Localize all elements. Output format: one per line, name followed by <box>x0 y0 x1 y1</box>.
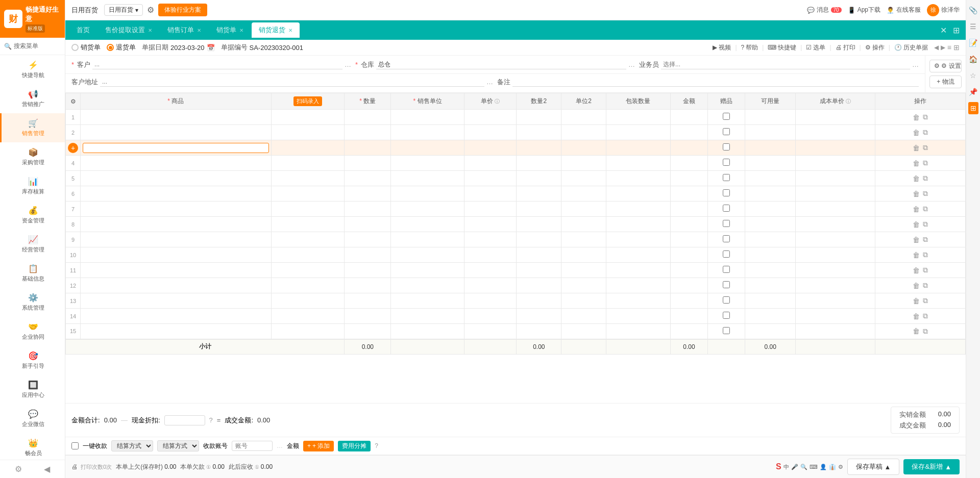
quantity2-cell[interactable] <box>517 125 561 140</box>
quantity-cell[interactable] <box>345 278 391 293</box>
amount-cell[interactable] <box>671 247 708 263</box>
view-grid-icon[interactable]: ⊞ <box>953 43 960 52</box>
copy-icon[interactable]: ⧉ <box>923 143 928 152</box>
staff-more-icon[interactable]: … <box>912 61 919 68</box>
available-cell[interactable] <box>745 263 796 278</box>
delete-icon[interactable]: 🗑 <box>913 312 920 320</box>
action-history[interactable]: 🕐 历史单据 <box>894 43 928 52</box>
product-cell[interactable] <box>81 324 272 339</box>
customer-input[interactable] <box>92 60 342 69</box>
unit2-cell[interactable] <box>561 140 606 156</box>
topbar-dropdown[interactable]: 日用百货 ▾ <box>104 4 143 16</box>
copy-icon[interactable]: ⧉ <box>923 281 928 290</box>
unit2-cell[interactable] <box>561 156 606 171</box>
gift-checkbox[interactable] <box>723 205 730 212</box>
prev-page-icon[interactable]: ◀ <box>934 44 939 51</box>
panel-icon-2[interactable]: ☰ <box>968 20 978 33</box>
gift-checkbox[interactable] <box>723 143 730 150</box>
topbar-settings-icon[interactable]: ⚙ <box>147 5 154 15</box>
quantity2-cell[interactable] <box>517 140 561 156</box>
panel-icon-5[interactable]: ☆ <box>968 69 978 82</box>
discount-input[interactable] <box>164 415 205 425</box>
tab-close-btn[interactable]: ✕ <box>938 24 949 36</box>
product-cell[interactable] <box>81 232 272 247</box>
sidebar-item-system[interactable]: ⚙️ 系统管理 <box>0 288 65 317</box>
sidebar-item-wechat[interactable]: 💬 企业微信 <box>0 404 65 433</box>
delete-icon[interactable]: 🗑 <box>913 205 920 213</box>
panel-icon-3[interactable]: 📝 <box>967 37 979 49</box>
available-cell[interactable] <box>745 125 796 140</box>
quantity-cell[interactable] <box>345 171 391 186</box>
panel-icon-6[interactable]: 📌 <box>967 86 979 98</box>
app-download-btn[interactable]: 📱 App下载 <box>848 6 880 14</box>
cost-price-cell[interactable] <box>796 125 875 140</box>
gift-checkbox[interactable] <box>723 312 730 319</box>
sales-unit-cell[interactable] <box>391 110 464 125</box>
unit2-cell[interactable] <box>561 293 606 309</box>
add-row-btn[interactable]: + <box>68 143 78 153</box>
quantity2-cell[interactable] <box>517 247 561 263</box>
pack-qty-cell[interactable] <box>606 125 670 140</box>
sidebar-item-purchase[interactable]: 📦 采购管理 <box>0 142 65 171</box>
quantity2-cell[interactable] <box>517 278 561 293</box>
cn-icon[interactable]: 中 <box>783 463 789 471</box>
discount-help-icon[interactable]: ? <box>209 416 213 424</box>
available-cell[interactable] <box>745 324 796 339</box>
delete-icon[interactable]: 🗑 <box>913 282 920 290</box>
unit-price-cell[interactable] <box>464 324 516 339</box>
sidebar-item-appstore[interactable]: 🔲 应用中心 <box>0 375 65 404</box>
unit-price-cell[interactable] <box>464 217 516 232</box>
copy-icon[interactable]: ⧉ <box>923 266 928 274</box>
notification-btn[interactable]: 💬 消息 70 <box>807 6 842 14</box>
pack-qty-cell[interactable] <box>606 140 670 156</box>
settings-bottom-icon[interactable]: ⚙ <box>15 464 22 474</box>
col-config[interactable]: ⚙ <box>66 93 81 110</box>
sidebar-item-operations[interactable]: 📈 经营管理 <box>0 230 65 259</box>
quantity-cell[interactable] <box>345 309 391 324</box>
amount-cell[interactable] <box>671 186 708 202</box>
add-payment-btn[interactable]: + + 添加 <box>303 441 334 451</box>
unit2-cell[interactable] <box>561 309 606 324</box>
panel-icon-1[interactable]: 📎 <box>967 4 979 16</box>
gift-checkbox[interactable] <box>723 174 730 181</box>
quantity-cell[interactable] <box>345 247 391 263</box>
amount-cell[interactable] <box>671 278 708 293</box>
unit-price-cell[interactable] <box>464 263 516 278</box>
available-cell[interactable] <box>745 156 796 171</box>
copy-icon[interactable]: ⧉ <box>923 327 928 336</box>
warehouse-more-icon[interactable]: … <box>628 61 635 68</box>
amount-cell[interactable] <box>671 140 708 156</box>
unit-price-cell[interactable] <box>464 247 516 263</box>
delivery-radio[interactable]: 销货单 <box>71 43 101 52</box>
unit2-cell[interactable] <box>561 263 606 278</box>
gift-checkbox[interactable] <box>723 113 730 120</box>
unit-price-cell[interactable] <box>464 202 516 217</box>
product-cell[interactable] <box>81 171 272 186</box>
stat3-info-icon[interactable]: ① <box>255 464 259 470</box>
sidebar-item-member[interactable]: 👑 畅会员 <box>0 433 65 460</box>
delete-icon[interactable]: 🗑 <box>913 159 920 167</box>
next-page-icon[interactable]: ▶ <box>941 44 945 51</box>
unit-price-cell[interactable] <box>464 156 516 171</box>
tab-price-setting[interactable]: 售价提取设置 ✕ <box>98 22 159 38</box>
delete-icon[interactable]: 🗑 <box>913 190 920 198</box>
payment-help-icon[interactable]: ? <box>375 442 378 449</box>
pack-qty-cell[interactable] <box>606 171 670 186</box>
available-cell[interactable] <box>745 247 796 263</box>
shirt-icon[interactable]: 👔 <box>829 464 836 470</box>
sidebar-item-shortcut[interactable]: ⚡ 快捷导航 <box>0 55 65 84</box>
pack-qty-cell[interactable] <box>606 232 670 247</box>
quantity2-cell[interactable] <box>517 293 561 309</box>
sales-unit-cell[interactable] <box>391 125 464 140</box>
amount-cell[interactable] <box>671 156 708 171</box>
delete-icon[interactable]: 🗑 <box>913 144 920 152</box>
copy-icon[interactable]: ⧉ <box>923 312 928 320</box>
user-bottom-icon[interactable]: 👤 <box>820 464 827 470</box>
quantity-cell[interactable] <box>345 186 391 202</box>
delete-icon[interactable]: 🗑 <box>913 251 920 259</box>
sales-unit-cell[interactable] <box>391 263 464 278</box>
unit2-cell[interactable] <box>561 186 606 202</box>
settings-bottom2-icon[interactable]: ⚙ <box>838 464 843 470</box>
available-cell[interactable] <box>745 110 796 125</box>
unit-price-cell[interactable] <box>464 140 516 156</box>
